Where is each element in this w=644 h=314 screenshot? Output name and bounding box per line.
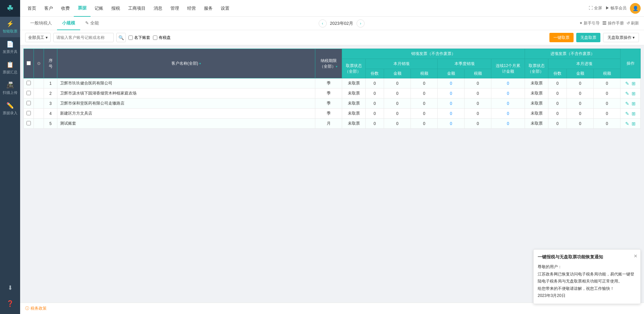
nav-home[interactable]: 首页 (23, 0, 40, 17)
view-btn[interactable]: ⊞ (631, 91, 636, 96)
settings-icon[interactable]: ⚙ (37, 61, 41, 66)
row-settings-cell (34, 119, 44, 129)
row-customer: 卫辉市玖玖健合医药有限公司 (57, 78, 315, 88)
sidebar-item-smart-fetch[interactable]: ⚡ 智能取票 (0, 17, 20, 37)
row-purchase-month-tax: 0 (594, 119, 621, 129)
sidebar-item-invoice-issue[interactable]: 📄 发票开具 (0, 37, 20, 58)
row-purchase-month-tax: 0 (594, 88, 621, 99)
row-checkbox[interactable] (26, 111, 31, 115)
vip-btn[interactable]: ▶ 畅享会员 (605, 5, 627, 11)
sidebar-item-scan-upload[interactable]: 📠 扫描上传 (0, 78, 20, 99)
row-sales-12months: 0 (491, 99, 525, 109)
row-sales-month-count: 0 (366, 109, 384, 119)
nav-bookkeeping[interactable]: 记账 (91, 0, 107, 17)
edit-btn[interactable]: ✎ (625, 81, 630, 86)
header-sales-month-count: 份数 (366, 69, 384, 78)
sidebar-item-download[interactable]: ⬇ (0, 281, 20, 295)
edit-btn[interactable]: ✎ (625, 121, 630, 126)
employee-select[interactable]: 全部员工 ▾ (25, 33, 51, 42)
nav-business[interactable]: 工商项目 (124, 0, 150, 17)
nav-operations[interactable]: 经营 (183, 0, 200, 17)
nav-tax[interactable]: 报税 (107, 0, 124, 17)
table-row: 2 卫辉市汲水镇下园湖香烟营木种植家庭农场 季 未取票 0 0 0 0 0 0 … (24, 88, 641, 99)
nav-message[interactable]: 消息 (150, 0, 166, 17)
one-click-fetch-btn[interactable]: 一键取票 (549, 33, 574, 42)
fullscreen-btn[interactable]: ⛶ 全屏 (589, 5, 602, 11)
guide-btn[interactable]: ✦ 新手引导 (579, 20, 600, 26)
view-btn[interactable]: ⊞ (631, 101, 636, 106)
row-sales-month-amount: 0 (384, 78, 411, 88)
edit-btn[interactable]: ✎ (625, 91, 630, 96)
notification-close-btn[interactable]: ✕ (634, 252, 638, 260)
sidebar-item-label: 扫描上传 (3, 90, 17, 95)
notification-title: 一键报税与无盘取票功能恢复通知 (538, 254, 636, 261)
nav-service[interactable]: 服务 (200, 0, 217, 17)
edit-btn[interactable]: ✎ (625, 111, 630, 116)
row-no: 4 (44, 109, 57, 119)
nav-management[interactable]: 管理 (166, 0, 183, 17)
view-btn[interactable]: ⊞ (631, 121, 636, 126)
checkbox-taxdisk[interactable]: 有税盘 (153, 35, 171, 41)
tab-general[interactable]: 一般纳税人 (25, 17, 57, 30)
search-input[interactable] (53, 33, 114, 42)
header-quarter-sales: 本季度销项 (438, 59, 491, 69)
select-all-checkbox[interactable] (26, 61, 31, 65)
nav-invoice[interactable]: 票据 (74, 0, 91, 17)
row-checkbox[interactable] (26, 121, 31, 125)
next-month-btn[interactable]: › (357, 19, 365, 27)
smart-fetch-icon: ⚡ (6, 20, 14, 27)
no-disk-fetch-btn[interactable]: 无盘取票 (576, 33, 600, 42)
row-no: 3 (44, 99, 57, 109)
nav-settings[interactable]: 设置 (217, 0, 233, 17)
row-checkbox[interactable] (26, 81, 31, 85)
row-sales-month-count: 0 (366, 88, 384, 99)
sidebar-item-label: 智能取票 (3, 29, 17, 34)
row-sales-status: 未取票 (342, 78, 366, 88)
checkbox-account-label: 名下账套 (134, 35, 150, 41)
row-sales-quarter-tax: 0 (465, 119, 491, 129)
sidebar-item-invoice-summary[interactable]: 📋 票据汇总 (0, 58, 20, 78)
account-checkbox-input[interactable] (128, 36, 133, 40)
sidebar-item-data-entry[interactable]: ✏️ 票据录入 (0, 99, 20, 119)
row-checkbox[interactable] (26, 91, 31, 95)
tab-all[interactable]: ✎ 全能 (80, 17, 104, 30)
sidebar-item-help[interactable]: ❓ (0, 297, 20, 311)
sub-tabs: 一般纳税人 小规模 ✎ 全能 ‹ 2023年02月 › ✦ 新手引导 ☰ 操作手… (20, 17, 644, 30)
employee-select-label: 全部员工 (28, 35, 44, 41)
help-icon: ❓ (6, 300, 14, 307)
row-customer: 卫辉市保和堂医药有限公司走辙路店 (57, 99, 315, 109)
taxdisk-checkbox-input[interactable] (153, 36, 157, 40)
search-button[interactable]: 🔍 (116, 33, 126, 42)
nav-customer[interactable]: 客户 (40, 0, 57, 17)
row-tax-period: 季 (315, 78, 342, 88)
nav-billing[interactable]: 收费 (57, 0, 74, 17)
tax-policy-link[interactable]: ⓘ 税务政策 (25, 306, 47, 311)
row-settings-cell (34, 99, 44, 109)
refresh-btn[interactable]: ↺ 刷新 (627, 20, 639, 26)
sidebar-item-label: 发票开具 (3, 49, 17, 54)
row-checkbox-cell (24, 119, 34, 129)
row-purchase-month-amount: 0 (567, 109, 594, 119)
edit-btn[interactable]: ✎ (625, 101, 630, 106)
view-btn[interactable]: ⊞ (631, 81, 636, 86)
checkbox-account[interactable]: 名下账套 (128, 35, 150, 41)
tab-small[interactable]: 小规模 (57, 17, 80, 30)
main-table: ⚙ 序号 客户名称(全部) ▾ 纳税期限（全部）▾ 销项发票（不含作废票） 进项… (23, 49, 641, 129)
row-tax-period: 季 (315, 109, 342, 119)
prev-month-btn[interactable]: ‹ (319, 19, 327, 27)
view-btn[interactable]: ⊞ (631, 111, 636, 116)
row-purchase-status: 未取票 (525, 119, 548, 129)
user-avatar[interactable]: 👤 (630, 3, 641, 14)
no-disk-ops-btn[interactable]: 无盘取票操作 ▾ (603, 33, 639, 42)
row-checkbox[interactable] (26, 101, 31, 105)
checkbox-taxdisk-label: 有税盘 (159, 35, 171, 41)
header-month-purchase: 本月进项 (548, 59, 621, 69)
bottom-bar: ⓘ 税务政策 (20, 303, 644, 314)
header-month-sales: 本月销项 (366, 59, 438, 69)
manual-btn[interactable]: ☰ 操作手册 (602, 20, 624, 26)
row-customer: 卫辉市汲水镇下园湖香烟营木种植家庭农场 (57, 88, 315, 99)
table-row: 3 卫辉市保和堂医药有限公司走辙路店 季 未取票 0 0 0 0 0 0 未取票… (24, 99, 641, 109)
row-sales-month-tax: 0 (411, 88, 438, 99)
row-sales-month-tax: 0 (411, 109, 438, 119)
row-actions: ✎ ⊞ (621, 109, 641, 119)
